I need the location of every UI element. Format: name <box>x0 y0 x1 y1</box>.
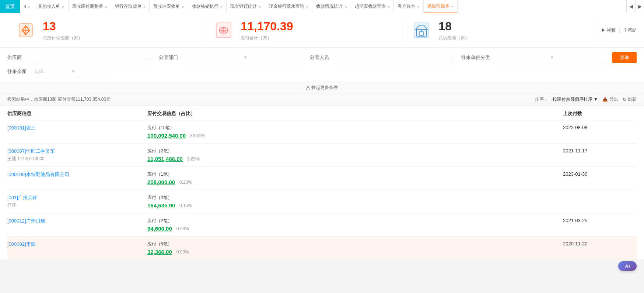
tab-prepay-offset[interactable]: 预收冲应收单 × <box>150 0 188 13</box>
table-row: [000002]李四 应付（5笔） 32,366.00 0.03% 2020-1… <box>7 237 637 259</box>
tab-ar-ap-adjust[interactable]: 应收应付调整单 × <box>69 0 111 13</box>
summary-card-total-suppliers: 18 总供应商（家） <box>403 19 601 41</box>
close-tab-other-income[interactable]: × <box>62 4 64 9</box>
transaction-cell-4: 应付（2笔） 94,600.00 0.08% <box>147 218 563 232</box>
ap-total-info: 11,170.39 应付合计（万） <box>241 19 395 41</box>
close-tab-customer-ledger[interactable]: × <box>417 4 419 9</box>
refresh-btn[interactable]: ↻ 刷新 <box>623 96 637 103</box>
nav-prev-btn[interactable]: ◀ <box>626 0 635 13</box>
table-row: [001]广州荣轩 仔仔 应付（4笔） 164,635.90 0.15% <box>7 190 637 213</box>
close-tab-ar-ap-adjust[interactable]: × <box>105 4 107 9</box>
summary-card-ap-total: 11,170.39 应付合计（万） <box>205 19 403 41</box>
lastpay-cell-4: 2021-03-25 <box>563 218 637 223</box>
supplier-link-2[interactable]: [000100]本特勤油品有限公司 <box>7 172 69 177</box>
lastpay-date-2: 2023-01-30 <box>563 171 588 177</box>
help-link[interactable]: ? 帮助 <box>624 27 637 34</box>
tx-label-2: 应付（1笔） <box>147 171 563 177</box>
tab-cash-bank-flow[interactable]: 现金银行流水查询 × <box>265 0 312 13</box>
tx-pct-1: 9.89% <box>187 156 200 162</box>
ap-suppliers-number: 13 <box>43 19 197 33</box>
tx-amount-1[interactable]: 11,051,486.00 <box>147 156 183 162</box>
category-dropdown-arrow: ▼ <box>550 55 603 60</box>
supplier-link-0[interactable]: [000001]张三 <box>7 125 36 131</box>
tx-pct-4: 0.08% <box>176 226 189 231</box>
tab-supplier-ledger[interactable]: 供应商账本 × <box>424 0 458 13</box>
tx-pct-5: 0.03% <box>176 249 189 255</box>
ap-suppliers-icon <box>15 19 37 41</box>
collapse-bar[interactable]: ⋀ 收起更多条件 <box>0 82 644 93</box>
supplier-input-container: ... <box>31 52 153 63</box>
supplier-cell-2: [000100]本特勤油品有限公司 <box>7 171 147 178</box>
supplier-cell-5: [000002]李四 <box>7 241 147 248</box>
ap-total-label: 应付合计（万） <box>241 35 395 41</box>
total-suppliers-info: 18 总供应商（家） <box>438 19 593 41</box>
person-input[interactable] <box>335 55 449 60</box>
filter-row-1: 供应商 ... 分管部门 ▼ 分管人员 ... 往来单位分类 <box>7 52 637 63</box>
tx-amount-2[interactable]: 258,000.00 <box>147 179 175 185</box>
tab-other-income[interactable]: 其他收入单 × <box>34 0 68 13</box>
supplier-link-1[interactable]: [000007]恒旺二手叉车 <box>7 148 55 154</box>
category-label: 往来单位分类 <box>461 54 490 61</box>
export-btn[interactable]: 📥 导出 <box>602 96 618 103</box>
balance-label: 往来余额 <box>7 68 28 75</box>
filter-row-2: 往来余额 选择... ▼ <box>7 66 637 77</box>
close-tab-cash-bank-flow[interactable]: × <box>306 4 308 9</box>
tx-label-1: 应付（2笔） <box>147 148 563 154</box>
lastpay-date-4: 2021-03-25 <box>563 218 588 223</box>
transaction-cell-3: 应付（4笔） 164,635.90 0.15% <box>147 194 563 208</box>
lastpay-cell-5: 2020-11-20 <box>563 241 637 247</box>
tx-amount-5[interactable]: 32,366.00 <box>147 249 172 255</box>
close-tab-collection-execute[interactable]: × <box>220 4 223 9</box>
total-suppliers-icon <box>410 19 433 41</box>
lastpay-date-5: 2020-11-20 <box>563 241 588 247</box>
tx-amount-3[interactable]: 164,635.90 <box>147 202 175 208</box>
category-select[interactable]: ▼ <box>493 52 607 63</box>
help-icon: ? <box>624 28 627 33</box>
tab-3[interactable]: 3 × <box>20 0 34 13</box>
tab-customer-ledger[interactable]: 客户账本 × <box>394 0 423 13</box>
tab-bank-deposit[interactable]: 银行存取款单 × <box>111 0 150 13</box>
sort-label: 排序： <box>535 96 548 103</box>
close-tab-3[interactable]: × <box>28 4 30 9</box>
filter-dept: 分管部门 ▼ <box>159 52 304 63</box>
transaction-cell-5: 应付（5笔） 32,366.00 0.03% <box>147 241 563 255</box>
video-link[interactable]: ▶ 视频 <box>601 27 616 34</box>
ap-total-number: 11,170.39 <box>241 19 395 33</box>
filter-supplier: 供应商 ... <box>7 52 153 63</box>
close-tab-collection-stats[interactable]: × <box>344 4 347 9</box>
close-tab-supplier-ledger[interactable]: × <box>451 4 454 8</box>
supplier-input[interactable] <box>32 55 146 60</box>
summary-card-ap-suppliers: 13 总应付供应商（家） <box>7 19 205 41</box>
nav-next-btn[interactable]: ▶ <box>635 0 644 13</box>
lastpay-cell-2: 2023-01-30 <box>563 171 637 177</box>
supplier-cell-1: [000007]恒旺二手叉车 王通 17106110000 <box>7 148 147 162</box>
lastpay-date-1: 2021-11-17 <box>563 148 588 154</box>
search-button[interactable]: 查询 <box>612 52 637 63</box>
tx-amount-0[interactable]: 100,092,540.00 <box>147 132 186 139</box>
tab-cash-bank-stats[interactable]: 现金银行统计 × <box>227 0 265 13</box>
close-tab-overdue-query[interactable]: × <box>388 4 390 9</box>
tab-overdue-query[interactable]: 超期应收款查询 × <box>351 0 394 13</box>
table-section: 供应商信息 应付交易信息（占比） 上次付数 [000001]张三 应付（15笔）… <box>0 106 644 259</box>
home-tab[interactable]: 首页 <box>0 0 20 13</box>
supplier-link-5[interactable]: [000002]李四 <box>7 241 36 247</box>
summary-actions: ▶ 视频 | ? 帮助 <box>601 27 637 34</box>
result-summary: 搜索结果中，供应商13家 应付金额111,703,854.00元 <box>7 96 111 103</box>
transaction-cell-1: 应付（2笔） 11,051,486.00 9.89% <box>147 148 563 162</box>
supplier-link-4[interactable]: [000012]广州贝瑞 <box>7 218 45 224</box>
close-tab-prepay-offset[interactable]: × <box>182 4 184 9</box>
tx-pct-2: 0.23% <box>179 180 192 185</box>
supplier-link-3[interactable]: [001]广州荣轩 <box>7 195 37 200</box>
balance-select[interactable]: 选择... ▼ <box>31 66 111 77</box>
tab-collection-stats[interactable]: 收款情况统计 × <box>312 0 351 13</box>
tab-collection-execute[interactable]: 收款核销执行 × <box>188 0 227 13</box>
close-tab-bank-deposit[interactable]: × <box>143 4 146 9</box>
close-tab-cash-bank-stats[interactable]: × <box>259 4 261 9</box>
dept-select[interactable]: ▼ <box>182 52 304 63</box>
person-dots[interactable]: ... <box>449 54 454 61</box>
supplier-dots[interactable]: ... <box>146 54 151 61</box>
sort-dropdown-arrow: ▼ <box>594 97 598 102</box>
sort-select[interactable]: 按应付余额倒序排序 ▼ <box>553 96 598 103</box>
tx-label-5: 应付（5笔） <box>147 241 563 247</box>
tx-amount-4[interactable]: 94,600.00 <box>147 225 172 232</box>
